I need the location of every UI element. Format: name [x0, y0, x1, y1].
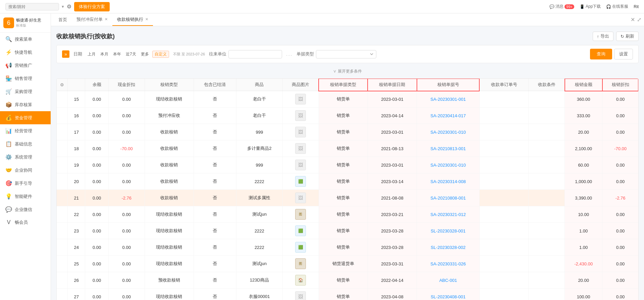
date-label: 日期 [73, 51, 82, 57]
cell-goods: 衣服00001 [236, 289, 282, 300]
cell-goods: 多计量商品2 [236, 140, 282, 157]
date-7days[interactable]: 近7天 [124, 51, 138, 58]
sidebar-item-sys-mgmt[interactable]: ⚙️ 系统管理 [0, 151, 51, 164]
cell-included: 否 [194, 173, 236, 190]
cell-collect-cond [529, 124, 565, 140]
query-button[interactable]: 查询 [590, 49, 612, 59]
sidebar-item-inventory[interactable]: 📦 库存核算 [0, 98, 51, 111]
cell-balance: 0.00 [85, 140, 108, 157]
app-download[interactable]: 📱 App下载 [580, 4, 601, 9]
cancel-no-link[interactable]: SA-20230321-012 [430, 212, 466, 217]
export-button[interactable]: ↑ 导出 [593, 32, 614, 41]
col-goods: 商品 [236, 79, 282, 91]
cancel-no-link[interactable]: SA-20210808-001 [430, 196, 466, 201]
sidebar-item-wechat[interactable]: 💬 企业微信 [0, 203, 51, 216]
table-row: 17 0.00 0.00 收款核销 否 999 🖼 销货单 2023-03-01… [57, 124, 638, 140]
cell-goods: 测试多属性 [236, 190, 282, 206]
sidebar-item-smart-hw[interactable]: 💡 智能硬件 [0, 190, 51, 203]
cell-cancel-amount: -2,430.00 [565, 256, 602, 272]
table-body: 15 0.00 0.00 现结收款核销 否 老白干 🖼 销货单 2023-03-… [57, 91, 638, 300]
date-this-month[interactable]: 本月 [99, 51, 110, 58]
sidebar-item-member[interactable]: V 畅会员 [0, 216, 51, 229]
message-icon: 💬 [549, 4, 554, 9]
unit-label: 往来单位 [209, 51, 226, 57]
goods-image: 🖼 [295, 192, 306, 203]
cell-collect-order-no [479, 256, 528, 272]
refresh-button[interactable]: ↻ 刷新 [616, 32, 639, 41]
cancel-no-link[interactable]: SA-20230301-010 [430, 130, 466, 135]
bill-type-label: 单据类型 [297, 51, 314, 57]
cell-included: 否 [194, 239, 236, 256]
sidebar-item-biz-mgmt[interactable]: 📊 经营管理 [0, 124, 51, 137]
cell-included: 否 [194, 140, 236, 157]
cancel-no-link[interactable]: SA-20230414-017 [430, 113, 466, 118]
search-menu-icon: 🔍 [5, 36, 12, 42]
cell-settings [57, 157, 68, 173]
cancel-no-link[interactable]: SA-20230301-001 [430, 97, 466, 102]
sidebar-item-basic-info[interactable]: 📋 基础信息 [0, 137, 51, 151]
cell-goods-img: 🖼 [282, 289, 319, 300]
cell-cancel-discount: 0.00 [602, 239, 638, 256]
cell-goods-img: 🖼 [282, 108, 319, 124]
tab-close-all-icon[interactable]: ✕ [631, 16, 635, 23]
col-cash-discount: 现金折扣 [108, 79, 145, 91]
tab-prepay-close[interactable]: ✕ [105, 17, 108, 21]
page-actions: ↑ 导出 ↻ 刷新 [593, 32, 639, 41]
cell-included: 否 [194, 108, 236, 124]
tab-expand-icon[interactable]: ⤢ [637, 16, 641, 23]
cancel-no-link[interactable]: SL-20230328-002 [431, 245, 466, 250]
tab-collection[interactable]: 收款核销执行 ✕ [112, 14, 153, 26]
cancel-no-link[interactable]: SA-20230314-008 [430, 179, 466, 184]
tab-prepay-label: 预付冲应付单 [76, 16, 103, 23]
date-this-year[interactable]: 本年 [112, 51, 122, 58]
date-custom[interactable]: 自定义 [152, 51, 169, 58]
cell-balance: 0.00 [85, 289, 108, 300]
date-more[interactable]: 更多 [140, 51, 150, 58]
industry-btn[interactable]: 体验行业方案 [74, 2, 110, 11]
cell-collect-cond [529, 223, 565, 239]
gear-icon[interactable]: ⚙ [67, 3, 71, 10]
tab-home[interactable]: 首页 [54, 14, 72, 26]
cell-cancel-no: SA-20230331-026 [417, 256, 480, 272]
cell-settings [57, 206, 68, 223]
bill-type-select[interactable] [316, 50, 376, 58]
cell-goods-img: 🖼 [282, 140, 319, 157]
cell-cancel-date: 2023-03-28 [368, 223, 417, 239]
sidebar-item-sales[interactable]: 🏪 销售管理 [0, 72, 51, 85]
sidebar-item-search[interactable]: 🔍 搜索菜单 [0, 33, 51, 46]
sidebar-item-corp-coop[interactable]: 🤝 企业协同 [0, 164, 51, 177]
cancel-no-link[interactable]: ABC-001 [439, 278, 457, 283]
col-settings[interactable]: ⚙ [57, 79, 68, 91]
tab-collection-close[interactable]: ✕ [145, 17, 148, 21]
sidebar-item-purchase[interactable]: 🛒 采购管理 [0, 85, 51, 98]
sidebar-item-quick-nav[interactable]: ⚡ 快捷导航 [0, 46, 51, 59]
sidebar-item-finance[interactable]: 💰 资金管理 [0, 111, 51, 124]
data-table: ⚙ 余额 现金折扣 核销类型 包含已结清 商品 商品图片 核销单据类型 核销单据… [57, 79, 638, 300]
online-service[interactable]: 🎧 在线客服 [606, 4, 628, 9]
filter-expand-btn[interactable]: » [62, 50, 69, 58]
sidebar-item-newbie[interactable]: 🎯 新手引导 [0, 177, 51, 190]
cancel-no-link[interactable]: SL-20230328-001 [431, 228, 466, 233]
cell-cancel-bill-type: 销货单 [319, 173, 368, 190]
cell-type: 现结收款核销 [145, 239, 194, 256]
user-label[interactable]: Rit [634, 4, 639, 9]
cell-cancel-discount: 0.00 [602, 223, 638, 239]
expand-more[interactable]: ∨ 展开更多条件 [56, 67, 639, 76]
cancel-no-link[interactable]: SL-20230408-001 [431, 294, 466, 299]
sidebar-item-marketing[interactable]: 📢 营销推广 [0, 59, 51, 72]
cancel-no-link[interactable]: SA-20230301-010 [430, 163, 466, 168]
cell-settings [57, 124, 68, 140]
cell-cancel-discount: 0.00 [602, 108, 638, 124]
cell-type: 现结收款核销 [145, 206, 194, 223]
filter-settings-button[interactable]: 设置 [614, 49, 633, 59]
unit-input[interactable] [228, 50, 282, 58]
cell-type: 收款核销 [145, 157, 194, 173]
tab-prepay[interactable]: 预付冲应付单 ✕ [72, 14, 112, 26]
message-item[interactable]: 💬 消息 99+ [549, 4, 574, 9]
date-last-month[interactable]: 上月 [86, 51, 97, 58]
dropdown-icon[interactable]: ▾ [62, 4, 64, 9]
cancel-no-link[interactable]: SA-20230331-026 [430, 261, 466, 266]
cancel-no-link[interactable]: SA-20210813-001 [430, 146, 466, 151]
cell-goods-img: 🖼 [282, 124, 319, 140]
search-input[interactable] [5, 3, 59, 10]
